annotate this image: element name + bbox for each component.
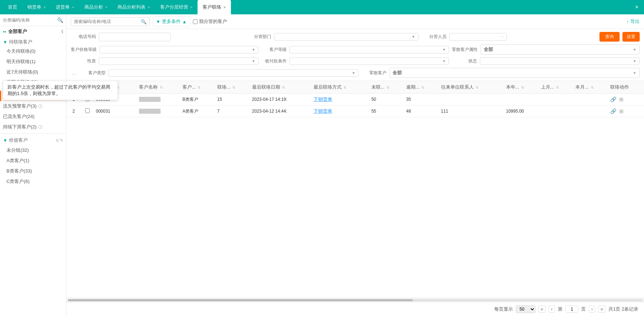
branch-dept-select[interactable]: ▼ [274, 33, 418, 41]
more-conditions-button[interactable]: ▼ 更多条件 ▲ [153, 16, 190, 27]
col-header-last-method[interactable]: 最后联络方式 ⇅ [311, 81, 369, 94]
table-row: 1 000039 B类客户 15 2023-04-17 14:19: 下销货单 … [66, 94, 644, 105]
sidebar-item-lost-prediction[interactable]: 流失预警客户(3) ⓘ [0, 101, 66, 112]
row-contacts: 7 [215, 105, 250, 117]
col-header-not-contacted[interactable]: 未联... ⇅ [369, 81, 404, 94]
sidebar-item-today[interactable]: 今天待联络(0) [0, 46, 66, 57]
advanced-filters: 电话号码 分管部门 ▼ 分管人员 ··· [66, 29, 644, 81]
phone-input[interactable] [99, 33, 171, 41]
col-header-overdue[interactable]: 逾期... ⇅ [404, 81, 439, 94]
row-checkbox[interactable] [85, 108, 90, 113]
lost-prediction-info-icon[interactable]: ⓘ [38, 104, 42, 108]
first-page-button[interactable]: « [538, 306, 546, 313]
data-table: ⚙ 客户编码 ⇅ 客户名称 ⇅ [66, 81, 644, 117]
nav-tab-analysis[interactable]: 商品分析 × [79, 0, 112, 14]
close-tab-analysis[interactable]: × [105, 5, 107, 9]
col-header-category[interactable]: 客户... ⇅ [180, 81, 215, 94]
pagination-bar: 每页显示 50 100 « ‹ 第 页 › » 共1页 2条记录 [66, 302, 644, 316]
action-grid-icon[interactable]: ⊞ [619, 96, 624, 102]
row-this-month [573, 94, 608, 105]
gender-select[interactable]: ▼ [99, 57, 259, 65]
more-filters-dots[interactable]: ... [72, 70, 76, 76]
sidebar-value-group[interactable]: ▼ 价值客户 ⊙ ✎ [0, 135, 66, 145]
scrollbar-track [68, 299, 643, 301]
query-button[interactable]: 查询 [599, 32, 620, 42]
horizontal-scrollbar[interactable] [66, 298, 644, 302]
filter-gender-field: 性质 ▼ [71, 57, 259, 65]
nav-tab-analysis-list[interactable]: 商品分析列表 × [112, 0, 155, 14]
col-header-contacts[interactable]: 联络... ⇅ [215, 81, 250, 94]
nav-tab-customer-mgmt[interactable]: 客户分层经营 × [155, 0, 198, 14]
prev-page-button[interactable]: ‹ [548, 306, 555, 313]
retail-customer-select[interactable]: 全部 ▼ [389, 68, 640, 78]
row-actions: 🔗 ⊞ [608, 105, 644, 117]
payment-arrow: ▼ [442, 59, 446, 63]
action-link-icon[interactable]: 🔗 [610, 108, 616, 114]
nav-tab-sales[interactable]: 销货单 × [22, 0, 51, 14]
retail-attr-select[interactable]: 全部 ▼ [481, 44, 640, 55]
sidebar-item-b-class[interactable]: B类客户(33) [0, 166, 66, 176]
filter-actions-1: 查询 设置 [599, 32, 640, 42]
close-tab-purchase[interactable]: × [72, 5, 74, 9]
sidebar-pending-group[interactable]: ▼ 待联络客户 [0, 37, 66, 46]
close-tab-customer-contact[interactable]: × [223, 5, 226, 9]
customer-type-select[interactable]: ▼ [108, 69, 359, 77]
action-link-icon[interactable]: 🔗 [610, 96, 616, 102]
row-last-method-link[interactable]: 下销货单 [314, 108, 332, 114]
sidebar-search-icon[interactable]: 🔍 [57, 17, 63, 23]
per-page-select[interactable]: 50 100 [516, 305, 536, 313]
price-level-select[interactable]: ▼ [99, 46, 259, 53]
col-header-contact-person[interactable]: 往来单位联系人 ⇅ [439, 81, 504, 94]
sidebar-item-a-class[interactable]: A类客户(1) [0, 156, 66, 166]
sidebar-item-already-lost[interactable]: 已流失客户(24) [0, 112, 66, 122]
scrollbar-thumb[interactable] [68, 299, 413, 301]
close-all-button[interactable]: × [633, 3, 641, 11]
my-customers-checkbox-wrapper[interactable]: 我分管的客户 [193, 18, 227, 25]
nav-tab-home[interactable]: 首页 [3, 0, 22, 14]
nav-tab-purchase[interactable]: 进货单 × [51, 0, 79, 14]
tooltip-box: 距客户上次交易时长，超过了此客户的平均交易周期的1.5倍，则视为异常。 [3, 81, 118, 100]
my-customers-checkbox[interactable] [193, 19, 198, 24]
filter-branch-dept-field: 分管部门 ▼ [246, 33, 418, 41]
next-page-button[interactable]: › [589, 306, 595, 313]
top-nav: 首页 销货单 × 进货单 × 商品分析 × 商品分析列表 × 客户分层经营 × … [0, 0, 644, 14]
col-header-last-month[interactable]: 上月... ⇅ [539, 81, 574, 94]
price-level-arrow: ▼ [252, 48, 255, 52]
close-tab-customer-mgmt[interactable]: × [190, 5, 193, 9]
row-name [137, 105, 180, 117]
customer-type-arrow: ▼ [352, 71, 356, 75]
sidebar-item-c-class[interactable]: C类客户(6) [0, 176, 66, 187]
payment-select[interactable]: ▼ [289, 57, 449, 65]
close-tab-sales[interactable]: × [43, 5, 46, 9]
last-page-button[interactable]: » [598, 306, 606, 313]
sidebar-item-ungrouped[interactable]: 未分组(32) [0, 145, 66, 156]
col-header-last-date[interactable]: 最后联络日期 ⇅ [250, 81, 311, 94]
sidebar-all-customers[interactable]: ▪▪ 全部客户 《 [0, 26, 66, 37]
filter-status-field: 状态 ▼ [452, 57, 640, 65]
row-name-blurred [139, 109, 161, 114]
status-select[interactable]: ▼ [480, 57, 640, 65]
action-grid-icon[interactable]: ⊞ [619, 108, 624, 114]
value-group-edit-icon[interactable]: ⊙ ✎ [56, 138, 63, 143]
close-tab-analysis-list[interactable]: × [148, 5, 150, 9]
sidebar-collapse-icon[interactable]: 《 [59, 29, 63, 34]
customer-level-select[interactable]: ▼ [289, 46, 449, 53]
sidebar-item-continuing-down[interactable]: 持续下滑客户(2) ⓘ [0, 122, 66, 132]
col-header-name[interactable]: 客户名称 ⇅ [137, 81, 180, 94]
continuing-down-info-icon[interactable]: ⓘ [38, 125, 42, 129]
sidebar-divider-2 [0, 133, 66, 134]
search-icon[interactable]: 🔍 [141, 19, 147, 24]
row-last-method-link[interactable]: 下销货单 [314, 96, 332, 102]
search-input[interactable] [74, 19, 141, 24]
sidebar-item-7days[interactable]: 近7天待联络(0) [0, 67, 66, 77]
settings-button[interactable]: 设置 [622, 32, 640, 42]
export-button[interactable]: ↑ 导出 [627, 18, 640, 25]
nav-tab-customer-contact[interactable]: 客户联络 × [198, 0, 231, 14]
sidebar-item-tomorrow[interactable]: 明天待联络(1) [0, 57, 66, 67]
col-header-this-month[interactable]: 本月... ⇅ [573, 81, 608, 94]
sidebar-search-input[interactable] [3, 18, 57, 23]
row-last-month [539, 94, 574, 105]
col-header-this-year[interactable]: 本年... ⇅ [504, 81, 539, 94]
branch-person-select[interactable]: ··· [449, 33, 507, 41]
page-input[interactable] [565, 306, 578, 313]
